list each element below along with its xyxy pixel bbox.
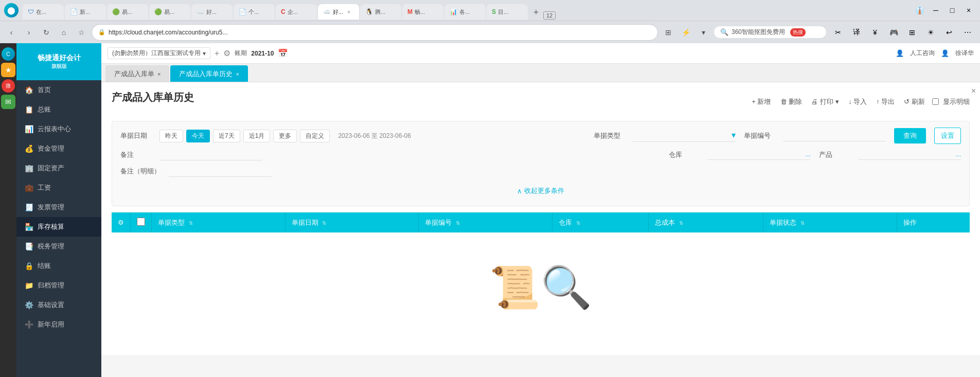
browser-tab-2[interactable]: 📄 新... bbox=[65, 4, 106, 20]
browser-tab-6[interactable]: 📄 个... bbox=[234, 4, 275, 20]
nav-item-invoice[interactable]: 🧾 发票管理 bbox=[16, 198, 101, 217]
browser-tab-5[interactable]: ☁️ 好... bbox=[191, 4, 233, 20]
home-button[interactable]: ⌂ bbox=[57, 25, 71, 40]
app-icon-weibo[interactable]: 微 bbox=[2, 79, 15, 93]
nav-item-payroll[interactable]: 💼 工资 bbox=[16, 178, 101, 198]
bookmark-button[interactable]: ☆ bbox=[74, 25, 88, 40]
yuan-icon[interactable]: ¥ bbox=[867, 25, 883, 40]
window-maximize-button[interactable]: □ bbox=[945, 3, 959, 17]
translate-icon[interactable]: 译 bbox=[848, 25, 865, 40]
nav-item-inventory[interactable]: 🏪 库存核算 bbox=[16, 217, 101, 237]
gear-icon[interactable]: ⚙ bbox=[118, 219, 124, 226]
forward-button[interactable]: › bbox=[22, 25, 36, 40]
nav-item-fixed-assets[interactable]: 🏢 固定资产 bbox=[16, 158, 101, 178]
browser-tab-4[interactable]: 🟢 易... bbox=[149, 4, 190, 20]
browser-tab-10[interactable]: M 畅... bbox=[402, 4, 443, 20]
back-button[interactable]: ‹ bbox=[4, 25, 19, 40]
address-input[interactable]: 🔒 https://cloud.chanjet.com/accounting/u… bbox=[92, 24, 658, 41]
grid-icon[interactable]: ⊞ bbox=[904, 25, 920, 40]
browser-tab-7[interactable]: C 企... bbox=[276, 4, 317, 20]
export-button[interactable]: ↑ 导出 bbox=[874, 96, 897, 107]
select-all-checkbox[interactable] bbox=[137, 218, 145, 226]
nav-item-tax[interactable]: 📑 税务管理 bbox=[16, 237, 101, 256]
reload-button[interactable]: ↻ bbox=[39, 25, 54, 40]
browser-tab-9[interactable]: 🐧 腾... bbox=[360, 4, 401, 20]
show-detail-checkbox[interactable] bbox=[932, 98, 939, 105]
remark-input[interactable] bbox=[159, 149, 262, 160]
date-btn-today[interactable]: 今天 bbox=[186, 130, 210, 142]
nav-item-home[interactable]: 🏠 首页 bbox=[16, 80, 101, 100]
extensions-button[interactable]: ⊞ bbox=[661, 25, 675, 40]
date-btn-more[interactable]: 更多 bbox=[273, 130, 297, 142]
sort-doc-no-icon[interactable]: ⇅ bbox=[456, 220, 460, 226]
more-icon[interactable]: ⋯ bbox=[959, 25, 976, 40]
col-total-cost[interactable]: 总成本 ⇅ bbox=[648, 212, 763, 232]
lightning-button[interactable]: ⚡ bbox=[679, 25, 693, 40]
undo-icon[interactable]: ↩ bbox=[941, 25, 957, 40]
nav-item-archive[interactable]: 📁 归档管理 bbox=[16, 276, 101, 295]
company-selector[interactable]: (勿删勿禁用）江西服宝测试专用 ▾ bbox=[108, 47, 210, 59]
col-gear[interactable]: ⚙ bbox=[112, 212, 131, 232]
browser-tab-3[interactable]: 🟢 易... bbox=[107, 4, 148, 20]
warehouse-dots-icon[interactable]: ... bbox=[805, 150, 811, 158]
settings-filter-button[interactable]: 设置 bbox=[934, 128, 961, 144]
period-calendar-icon[interactable]: 📅 bbox=[278, 48, 288, 58]
product-dots-icon[interactable]: ... bbox=[955, 150, 961, 158]
brightness-icon[interactable]: ☀ bbox=[922, 25, 939, 40]
remark-detail-input[interactable] bbox=[169, 166, 272, 177]
address-dropdown-button[interactable]: ▾ bbox=[696, 25, 710, 40]
col-doc-date[interactable]: 单据日期 ⇅ bbox=[285, 212, 419, 232]
app-icon-circle[interactable]: C bbox=[2, 47, 15, 61]
tab-close-8[interactable]: × bbox=[347, 9, 350, 15]
sort-doc-type-icon[interactable]: ⇅ bbox=[189, 220, 193, 226]
nav-item-new-period[interactable]: ➕ 新年启用 bbox=[16, 315, 101, 334]
nav-item-cloud-report[interactable]: 📊 云报表中心 bbox=[16, 119, 101, 139]
new-tab-button[interactable]: + bbox=[529, 5, 543, 20]
date-btn-1month[interactable]: 近1月 bbox=[243, 130, 271, 142]
delete-button[interactable]: 🗑 删除 bbox=[778, 96, 805, 107]
search-bar[interactable]: 🔍 360智能抠图免费用 热搜 bbox=[714, 26, 827, 39]
panel-close-button[interactable]: × bbox=[971, 86, 976, 96]
service-button[interactable]: 人工咨询 bbox=[910, 49, 935, 58]
doc-no-input[interactable] bbox=[783, 130, 886, 141]
browser-tab-12[interactable]: S 目... bbox=[487, 4, 528, 20]
nav-item-fund[interactable]: 💰 资金管理 bbox=[16, 139, 101, 158]
col-warehouse[interactable]: 仓库 ⇅ bbox=[553, 212, 649, 232]
col-doc-type[interactable]: 单据类型 ⇅ bbox=[152, 212, 286, 232]
game-icon[interactable]: 🎮 bbox=[885, 25, 902, 40]
side-icon-strip: C ★ 微 ✉ bbox=[0, 43, 16, 377]
app-icon-mail[interactable]: ✉ bbox=[1, 95, 15, 109]
sort-warehouse-icon[interactable]: ⇅ bbox=[576, 220, 580, 226]
nav-item-ledger[interactable]: 📋 总账 bbox=[16, 100, 101, 119]
date-btn-7days[interactable]: 近7天 bbox=[213, 130, 240, 142]
date-btn-yesterday[interactable]: 昨天 bbox=[159, 130, 183, 142]
window-close-button[interactable]: × bbox=[961, 3, 976, 17]
sort-total-cost-icon[interactable]: ⇅ bbox=[679, 220, 683, 226]
tab-list[interactable]: 产成品入库单 × bbox=[105, 65, 169, 82]
browser-tab-11[interactable]: 📊 各... bbox=[444, 4, 486, 20]
browser-tab-8[interactable]: ☁️ 好... × bbox=[318, 4, 359, 20]
browser-tab-1[interactable]: 🛡 在... bbox=[23, 4, 64, 20]
refresh-button[interactable]: ↺ 刷新 bbox=[902, 96, 927, 107]
query-button[interactable]: 查询 bbox=[894, 128, 926, 143]
collapse-filter-button[interactable]: ∧ 收起更多条件 bbox=[120, 182, 961, 200]
app-icon-star[interactable]: ★ bbox=[1, 63, 15, 77]
doc-type-dropdown-icon[interactable]: ▾ bbox=[732, 130, 736, 140]
add-button[interactable]: + 新增 bbox=[750, 96, 773, 107]
window-minimize-button[interactable]: ─ bbox=[929, 3, 943, 17]
date-btn-custom[interactable]: 自定义 bbox=[300, 130, 330, 142]
add-company-button[interactable]: + bbox=[215, 49, 219, 58]
print-button[interactable]: 🖨 打印 ▾ bbox=[809, 96, 841, 107]
import-button[interactable]: ↓ 导入 bbox=[846, 96, 869, 107]
col-doc-status[interactable]: 单据状态 ⇅ bbox=[763, 212, 897, 232]
nav-item-closing[interactable]: 🔒 结账 bbox=[16, 256, 101, 276]
nav-item-basic[interactable]: ⚙️ 基础设置 bbox=[16, 295, 101, 315]
col-doc-no[interactable]: 单据编号 ⇅ bbox=[419, 212, 553, 232]
sort-doc-status-icon[interactable]: ⇅ bbox=[800, 220, 805, 226]
tab-list-close[interactable]: × bbox=[157, 71, 161, 77]
settings-company-button[interactable]: ⚙ bbox=[223, 48, 230, 58]
tab-history-close[interactable]: × bbox=[236, 71, 239, 77]
sort-doc-date-icon[interactable]: ⇅ bbox=[322, 220, 326, 226]
tab-history[interactable]: 产成品入库单历史 × bbox=[170, 65, 247, 82]
scissors-icon[interactable]: ✂ bbox=[830, 25, 846, 40]
